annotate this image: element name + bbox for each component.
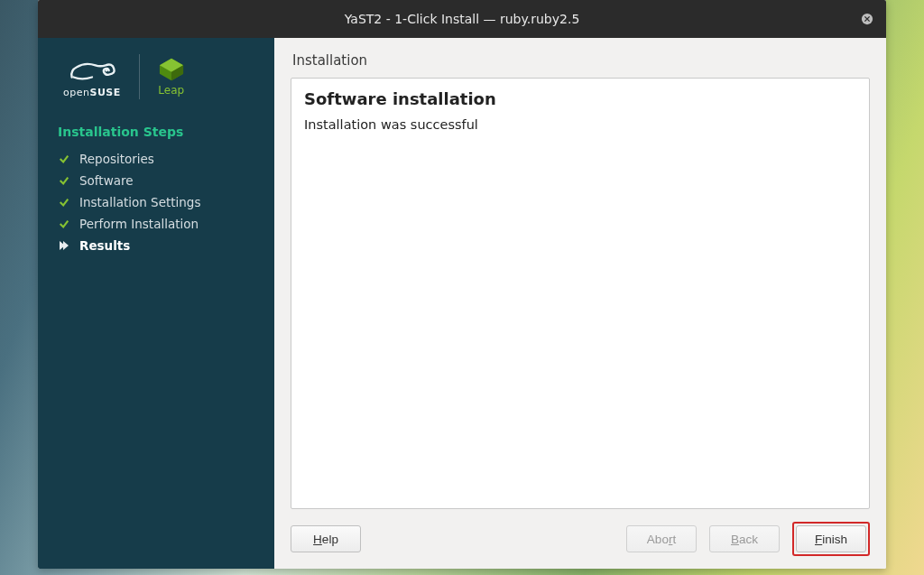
brand-block: openSUSE Leap xyxy=(58,54,254,99)
step-label: Repositories xyxy=(79,152,154,166)
step-label: Perform Installation xyxy=(79,217,199,231)
leap-logo: Leap xyxy=(158,57,185,97)
button-row: Help Abort Back Finish xyxy=(291,522,870,556)
check-icon xyxy=(58,175,70,186)
chameleon-icon xyxy=(67,55,117,86)
close-icon[interactable] xyxy=(859,11,875,27)
leap-label: Leap xyxy=(158,84,184,97)
step-results: Results xyxy=(58,235,254,256)
arrow-right-icon xyxy=(58,241,70,250)
back-button[interactable]: Back xyxy=(709,525,780,552)
main-panel: Installation Software installation Insta… xyxy=(274,38,886,569)
finish-highlight: Finish xyxy=(792,522,870,556)
check-icon xyxy=(58,218,70,229)
step-software: Software xyxy=(58,170,254,191)
content-box: Software installation Installation was s… xyxy=(291,78,870,509)
content-heading: Software installation xyxy=(304,89,856,108)
step-label: Software xyxy=(79,173,134,188)
window-title: YaST2 - 1-Click Install — ruby.ruby2.5 xyxy=(345,12,580,26)
step-installation-settings: Installation Settings xyxy=(58,191,254,213)
abort-button[interactable]: Abort xyxy=(626,525,697,552)
finish-button[interactable]: Finish xyxy=(796,525,866,552)
step-repositories: Repositories xyxy=(58,148,254,170)
check-icon xyxy=(58,153,70,164)
opensuse-label: openSUSE xyxy=(63,87,121,98)
steps-list: Repositories Software Installation Setti… xyxy=(58,148,254,256)
steps-heading: Installation Steps xyxy=(58,125,254,139)
yast-window: YaST2 - 1-Click Install — ruby.ruby2.5 o… xyxy=(38,0,886,569)
brand-divider xyxy=(139,54,140,99)
svg-point-1 xyxy=(105,70,107,72)
step-label: Installation Settings xyxy=(79,195,200,209)
step-label: Results xyxy=(79,238,130,253)
sidebar: openSUSE Leap Installation Steps Reposit… xyxy=(38,38,274,569)
content-body: Installation was successful xyxy=(304,117,856,132)
opensuse-logo: openSUSE xyxy=(63,55,121,98)
leap-icon xyxy=(158,57,185,82)
check-icon xyxy=(58,197,70,208)
titlebar: YaST2 - 1-Click Install — ruby.ruby2.5 xyxy=(38,0,886,38)
step-perform-installation: Perform Installation xyxy=(58,213,254,235)
page-title: Installation xyxy=(292,52,870,69)
help-button[interactable]: Help xyxy=(291,525,361,552)
window-body: openSUSE Leap Installation Steps Reposit… xyxy=(38,38,886,569)
